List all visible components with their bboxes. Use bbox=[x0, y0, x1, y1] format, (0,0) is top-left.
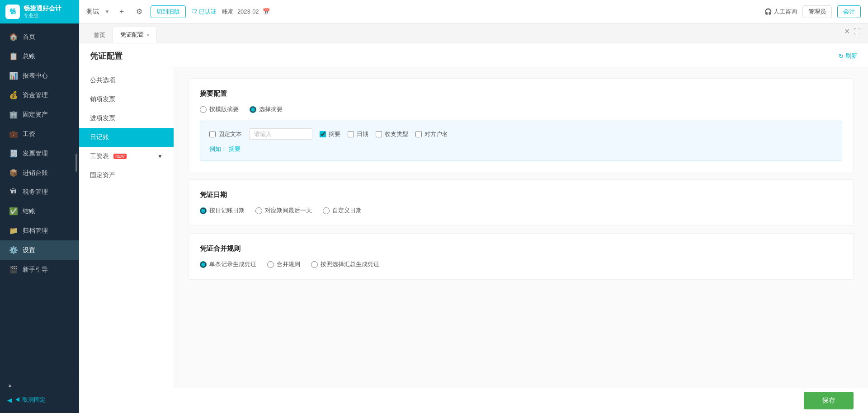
project-dropdown-icon[interactable]: ▼ bbox=[104, 9, 110, 15]
settings-button[interactable]: ⚙ bbox=[133, 5, 145, 18]
left-nav-item-payroll[interactable]: 工资表 NEW ▼ bbox=[79, 147, 174, 166]
tab-close-icon[interactable]: × bbox=[146, 32, 149, 38]
sidebar-item-settings[interactable]: ⚙️ 设置 bbox=[0, 240, 79, 260]
date-radio-last-day[interactable]: 对应期间最后一天 bbox=[255, 206, 312, 215]
guide-icon: 🎬 bbox=[9, 265, 18, 274]
example-value: 摘要 bbox=[229, 145, 241, 152]
sidebar-item-close[interactable]: ✅ 结账 bbox=[0, 202, 79, 221]
settings-icon: ⚙️ bbox=[9, 246, 18, 254]
page-title: 凭证配置 bbox=[90, 51, 123, 61]
counterpart-checkbox[interactable] bbox=[415, 131, 422, 137]
cancel-fixed-btn[interactable]: ◀ ◀ 取消固定 bbox=[0, 392, 79, 408]
left-nav-label: 公共选项 bbox=[90, 76, 115, 84]
sidebar-item-label: 税务管理 bbox=[23, 188, 48, 196]
date-radio-diary-label: 按日记账日期 bbox=[209, 206, 245, 215]
accountant-button[interactable]: 会计 bbox=[837, 5, 861, 18]
income-type-checkbox[interactable] bbox=[376, 131, 382, 137]
fixed-text-checkbox[interactable] bbox=[209, 131, 216, 137]
tab-home[interactable]: 首页 bbox=[86, 28, 113, 43]
sidebar-item-label: 资金管理 bbox=[23, 91, 48, 99]
summary-checkbox-label[interactable]: 摘要 bbox=[320, 130, 340, 138]
merge-radio-rule-input[interactable] bbox=[267, 261, 274, 268]
example-text: 例如： 摘要 bbox=[209, 145, 833, 153]
reports-icon: 📊 bbox=[9, 71, 18, 80]
merge-radio-single[interactable]: 单条记录生成凭证 bbox=[200, 260, 256, 268]
date-radio-diary-input[interactable] bbox=[200, 207, 207, 214]
period-value: 2023-02 bbox=[237, 8, 259, 15]
left-nav-item-diary[interactable]: 日记账 bbox=[79, 128, 174, 147]
summary-radio-template[interactable]: 按模版摘要 bbox=[200, 105, 239, 113]
summary-label: 摘要 bbox=[329, 130, 340, 138]
add-button[interactable]: ＋ bbox=[115, 5, 128, 18]
sidebar-item-invoice[interactable]: 🧾 发票管理 bbox=[0, 144, 79, 163]
date-radio-custom[interactable]: 自定义日期 bbox=[323, 206, 362, 215]
date-label: 日期 bbox=[357, 130, 368, 138]
switch-old-version-button[interactable]: 切到旧版 bbox=[151, 5, 186, 18]
sidebar-item-label: 固定资产 bbox=[23, 111, 48, 119]
date-checkbox[interactable] bbox=[348, 131, 354, 137]
date-checkbox-label[interactable]: 日期 bbox=[348, 130, 368, 138]
left-nav-label: 工资表 bbox=[90, 152, 109, 160]
merge-radio-summary-input[interactable] bbox=[311, 261, 318, 268]
date-radio-last-day-input[interactable] bbox=[255, 207, 262, 214]
tab-home-label: 首页 bbox=[94, 31, 105, 39]
summary-radio-select[interactable]: 选择摘要 bbox=[250, 105, 283, 113]
example-prefix: 例如： bbox=[209, 145, 227, 152]
app-name: 畅捷通好会计 bbox=[24, 5, 61, 12]
calendar-icon[interactable]: 📅 bbox=[263, 8, 270, 15]
left-nav-label: 固定资产 bbox=[90, 171, 115, 179]
period-label: 账期 bbox=[222, 8, 234, 16]
sidebar-item-guide[interactable]: 🎬 新手引导 bbox=[0, 260, 79, 279]
summary-radio-select-label: 选择摘要 bbox=[259, 105, 283, 113]
left-nav: 公共选项 销项发票 进项发票 日记账 工资表 NEW ▼ 固定资产 bbox=[79, 67, 174, 410]
income-type-label: 收支类型 bbox=[385, 130, 408, 138]
ledger-icon: 📋 bbox=[9, 52, 18, 61]
sidebar-footer: ▲ ◀ ◀ 取消固定 bbox=[0, 373, 79, 413]
save-button[interactable]: 保存 bbox=[804, 392, 854, 409]
summary-radio-template-input[interactable] bbox=[200, 106, 207, 113]
chevron-icon: ▼ bbox=[157, 153, 163, 160]
tab-voucher-config[interactable]: 凭证配置 × bbox=[113, 27, 157, 43]
tab-voucher-config-label: 凭证配置 bbox=[120, 31, 144, 39]
sidebar-item-funds[interactable]: 💰 资金管理 bbox=[0, 85, 79, 105]
sidebar-item-label: 报表中心 bbox=[23, 72, 48, 80]
sidebar-item-tax[interactable]: 🏛 税务管理 bbox=[0, 183, 79, 202]
expand-button[interactable]: ⛶ bbox=[854, 28, 861, 36]
sidebar-item-archive[interactable]: 📁 归档管理 bbox=[0, 221, 79, 240]
purchase-sales-icon: 📦 bbox=[9, 169, 18, 177]
sidebar-item-assets[interactable]: 🏢 固定资产 bbox=[0, 105, 79, 124]
merge-radio-single-input[interactable] bbox=[200, 261, 207, 268]
sidebar-item-ledger[interactable]: 📋 总账 bbox=[0, 47, 79, 66]
fixed-text-checkbox-label[interactable]: 固定文本 bbox=[209, 130, 242, 138]
tab-actions: ✕ ⛶ bbox=[844, 27, 861, 36]
sidebar-item-purchase-sales[interactable]: 📦 进销台账 bbox=[0, 163, 79, 183]
left-nav-item-fixed-assets[interactable]: 固定资产 bbox=[79, 166, 174, 185]
certified-badge: 🛡 已认证 bbox=[191, 8, 217, 16]
merge-radio-rule[interactable]: 合并规则 bbox=[267, 260, 300, 268]
date-radio-custom-input[interactable] bbox=[323, 207, 330, 214]
counterpart-checkbox-label[interactable]: 对方户名 bbox=[415, 130, 448, 138]
consult-label: 人工咨询 bbox=[774, 8, 797, 16]
income-type-checkbox-label[interactable]: 收支类型 bbox=[376, 130, 408, 138]
left-nav-item-public[interactable]: 公共选项 bbox=[79, 71, 174, 90]
sidebar-item-reports[interactable]: 📊 报表中心 bbox=[0, 66, 79, 85]
merge-radio-summary[interactable]: 按照选择汇总生成凭证 bbox=[311, 260, 379, 268]
user-button[interactable]: 管理员 bbox=[802, 5, 832, 18]
summary-radio-select-input[interactable] bbox=[250, 106, 256, 113]
close-tab-button[interactable]: ✕ bbox=[844, 27, 850, 36]
refresh-label: 刷新 bbox=[845, 52, 857, 60]
summary-checkbox[interactable] bbox=[320, 131, 326, 137]
left-nav-item-purchase-invoice[interactable]: 进项发票 bbox=[79, 109, 174, 128]
refresh-icon: ↻ bbox=[839, 53, 844, 60]
sidebar-item-salary[interactable]: 💼 工资 bbox=[0, 124, 79, 144]
sidebar-item-home[interactable]: 🏠 首页 bbox=[0, 27, 79, 47]
left-nav-item-sales-invoice[interactable]: 销项发票 bbox=[79, 90, 174, 109]
fixed-text-input[interactable] bbox=[249, 128, 312, 140]
consult-button[interactable]: 🎧 人工咨询 bbox=[764, 8, 797, 16]
merge-radio-summary-label: 按照选择汇总生成凭证 bbox=[321, 260, 379, 268]
close-period-icon: ✅ bbox=[9, 207, 18, 216]
summary-checkbox-row: 固定文本 摘要 日期 收支类型 bbox=[209, 128, 833, 140]
refresh-button[interactable]: ↻ 刷新 bbox=[839, 52, 857, 60]
date-radio-diary[interactable]: 按日记账日期 bbox=[200, 206, 245, 215]
sidebar-scroll-up[interactable]: ▲ bbox=[0, 379, 79, 392]
